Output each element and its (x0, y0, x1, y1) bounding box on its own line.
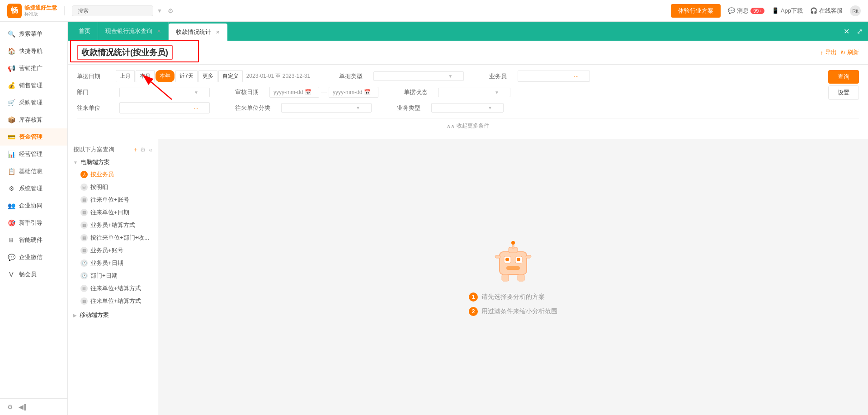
tip-text-2: 用过滤条件来缩小分析范围 (481, 307, 557, 316)
partner-category-label: 往来单位分类 (235, 104, 270, 112)
date-btn-last-month[interactable]: 上月 (116, 70, 135, 82)
doc-status-label: 单据状态 (404, 88, 427, 96)
scheme-item-detail[interactable]: ⊞ 按明细 (68, 181, 158, 193)
collapse-sidebar-icon[interactable]: ◀‖ (19, 403, 27, 410)
close-tab-icon[interactable]: ✕ (842, 25, 851, 38)
date-btn-more[interactable]: 更多 (198, 70, 217, 82)
sidebar-item-member[interactable]: V 畅会员 (0, 266, 67, 283)
sidebar-item-marketing[interactable]: 📢 营销推广 (0, 60, 67, 77)
user-profile[interactable]: Rit (850, 5, 861, 16)
tab-home[interactable]: 首页 (71, 22, 98, 41)
maximize-icon[interactable]: ⤢ (855, 25, 864, 38)
sidebar-item-search[interactable]: 🔍 搜索菜单 (0, 25, 67, 42)
sidebar-item-purchase-label: 采购管理 (19, 99, 42, 107)
add-scheme-button[interactable]: + (134, 146, 137, 153)
scheme-item-partner-dept[interactable]: ▦ 按往来单位+部门+收... (68, 231, 158, 244)
scheme-label-5: 按往来单位+部门+收... (90, 234, 149, 242)
sidebar-item-nav[interactable]: 🏠 快捷导航 (0, 42, 67, 60)
search-input[interactable] (72, 5, 153, 16)
salesperson-select[interactable]: ··· (518, 71, 590, 82)
online-service-action[interactable]: 🎧 在线客服 (810, 7, 843, 15)
scheme-item-partner-date[interactable]: ▦ 往来单位+日期 (68, 206, 158, 219)
dept-select[interactable]: ▼ (119, 88, 210, 97)
scheme-item-partner-payment2[interactable]: ▦ 往来单位+结算方式 (68, 295, 158, 307)
partner-more-icon[interactable]: ··· (193, 104, 198, 111)
date-btn-7days[interactable]: 近7天 (175, 70, 198, 82)
scheme-group-desktop-header[interactable]: ▼ 电脑端方案 (68, 156, 158, 168)
scheme-item-salesperson-account[interactable]: ▦ 业务员+账号 (68, 244, 158, 257)
mobile-group-label: 移动端方案 (80, 311, 109, 319)
scheme-icon-person: 人 (80, 171, 88, 178)
scheme-item-partner-payment1[interactable]: ⊞ 往来单位+结算方式 (68, 282, 158, 295)
settings-bottom-icon[interactable]: ⚙ (7, 403, 13, 410)
salesperson-more-icon[interactable]: ··· (574, 73, 579, 80)
app-download-action[interactable]: 📱 App下载 (772, 7, 803, 15)
scheme-label-6: 业务员+账号 (90, 246, 123, 255)
search-icon: 🔍 (7, 30, 15, 38)
date-btn-custom[interactable]: 自定义 (218, 70, 243, 82)
date-sep: 至 (275, 73, 282, 79)
sidebar-item-wechat-label: 企业微信 (19, 253, 42, 261)
tab-receipt-stats-close[interactable]: ✕ (216, 29, 220, 35)
refresh-button[interactable]: ↻ 刷新 (840, 48, 859, 57)
scheme-settings-button[interactable]: ⚙ (140, 146, 146, 153)
scheme-item-salesperson-date[interactable]: 🕐 业务员+日期 (68, 257, 158, 269)
logo-icon: 畅 (7, 4, 22, 18)
biz-type-select[interactable]: ▼ (431, 103, 504, 113)
settings-icon[interactable]: ⚙ (168, 7, 174, 14)
scheme-icon-clock1: 🕐 (80, 259, 88, 267)
search-dropdown[interactable]: ▼ (157, 8, 162, 14)
tab-receipt-stats[interactable]: 收款情况统计 ✕ (169, 24, 227, 41)
sidebar-item-wechat[interactable]: 💬 企业微信 (0, 249, 67, 266)
doc-status-select[interactable]: ▼ (438, 88, 510, 97)
messages-action[interactable]: 💬 消息 99+ (728, 7, 764, 15)
date-filter: 上月 本月 本年 近7天 更多 自定义 2023-01-01 (116, 70, 314, 82)
collapse-label: 收起更多条件 (457, 122, 489, 130)
sidebar-item-search-label: 搜索菜单 (19, 30, 42, 38)
tab-bank-flow-close[interactable]: ✕ (157, 28, 161, 34)
page-title: 收款情况统计(按业务员) (77, 45, 173, 60)
date-range-display: 2023-01-01 至 2023-12-31 (246, 72, 310, 80)
collapse-bar[interactable]: ∧∧ 收起更多条件 (77, 118, 859, 133)
dept-label: 部门 (77, 88, 108, 96)
set-button[interactable]: 设置 (828, 85, 859, 100)
sidebar-item-hardware[interactable]: 🖥 智能硬件 (0, 231, 67, 249)
sidebar-item-purchase[interactable]: 🛒 采购管理 (0, 94, 67, 111)
calendar-icon-2: 📅 (364, 89, 371, 95)
scheme-item-salesperson-payment[interactable]: ▦ 业务员+结算方式 (68, 219, 158, 231)
sidebar-item-collab[interactable]: 👥 企业协同 (0, 197, 67, 214)
scheme-group-mobile-header[interactable]: ▶ 移动端方案 (68, 309, 158, 321)
partner-select[interactable]: ··· (119, 102, 210, 113)
scheme-label-4: 业务员+结算方式 (90, 221, 135, 229)
scheme-item-by-salesperson[interactable]: 人 按业务员 (68, 168, 158, 181)
sidebar-item-inventory[interactable]: 📦 库存核算 (0, 111, 67, 128)
sidebar-item-guide[interactable]: 🎯 新手引导 (0, 214, 67, 231)
svg-rect-12 (518, 274, 524, 281)
date-btn-this-month[interactable]: 本月 (136, 70, 155, 82)
trial-button[interactable]: 体验行业方案 (671, 4, 721, 18)
sidebar-item-basic[interactable]: 📋 基础信息 (0, 163, 67, 180)
export-button[interactable]: ↑ 导出 (821, 48, 837, 57)
empty-tip-2: 2 用过滤条件来缩小分析范围 (469, 307, 557, 316)
partner-category-select[interactable]: ▼ (281, 103, 372, 113)
sidebar-item-system[interactable]: ⚙ 系统管理 (0, 180, 67, 197)
collapse-icon: ∧∧ (447, 123, 455, 129)
sidebar-item-sales[interactable]: 💰 销售管理 (0, 77, 67, 94)
mobile-scheme-group: ▶ 移动端方案 (68, 309, 158, 321)
date-btn-this-year[interactable]: 本年 (156, 70, 175, 82)
review-date-end[interactable]: yyyy-mm-dd 📅 (329, 87, 378, 98)
collapse-panel-button[interactable]: « (149, 146, 152, 153)
date-end: 2023-12-31 (283, 73, 310, 79)
query-button[interactable]: 查询 (828, 70, 859, 84)
scheme-item-dept-date[interactable]: 🕐 部门+日期 (68, 269, 158, 282)
sidebar-item-finance[interactable]: 💳 资金管理 (0, 128, 67, 146)
edition-label: 标准版 (24, 11, 57, 17)
logo-area: 畅 畅捷通好生意 标准版 (7, 4, 57, 18)
scheme-icon-table5: ▦ (80, 297, 88, 305)
review-date-start[interactable]: yyyy-mm-dd 📅 (269, 87, 319, 98)
tab-bank-flow[interactable]: 现金银行流水查询 ✕ (98, 22, 169, 41)
sidebar-item-management[interactable]: 📊 经营管理 (0, 146, 67, 163)
review-date-label: 审核日期 (235, 88, 259, 96)
scheme-item-partner-account[interactable]: ▦ 往来单位+账号 (68, 193, 158, 206)
doc-type-select[interactable]: ▼ (373, 71, 464, 81)
